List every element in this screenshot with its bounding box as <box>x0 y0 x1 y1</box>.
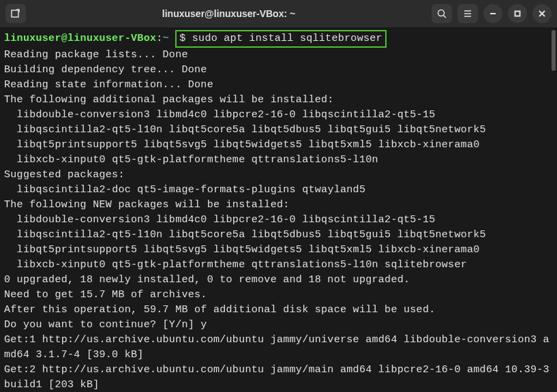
output-line: Get:1 http://us.archive.ubuntu.com/ubunt… <box>4 333 553 363</box>
output-line: The following additional packages will b… <box>4 93 553 108</box>
output-line: libqt5printsupport5 libqt5svg5 libqt5wid… <box>4 243 553 258</box>
new-tab-icon <box>10 8 21 19</box>
prompt-colon: : <box>156 33 162 44</box>
output-line: Building dependency tree... Done <box>4 63 553 78</box>
titlebar-right <box>432 4 552 23</box>
command-highlight: $ sudo apt install sqlitebrowser <box>175 30 387 48</box>
output-line: libxcb-xinput0 qt5-gtk-platformtheme qtt… <box>4 258 553 273</box>
terminal-content[interactable]: linuxuser@linuxuser-VBox:~ $ sudo apt in… <box>0 27 557 392</box>
close-button[interactable] <box>532 4 552 23</box>
output-line: The following NEW packages will be insta… <box>4 198 553 213</box>
minimize-button[interactable] <box>483 4 502 23</box>
output-line: Do you want to continue? [Y/n] y <box>4 318 553 333</box>
prompt-line: linuxuser@linuxuser-VBox:~ $ sudo apt in… <box>4 30 553 48</box>
window-title: linuxuser@linuxuser-VBox: ~ <box>31 8 426 19</box>
menu-button[interactable] <box>457 4 478 23</box>
output-line: libqscintilla2-qt5-l10n libqt5core5a lib… <box>4 228 553 243</box>
hamburger-icon <box>462 8 473 19</box>
titlebar: linuxuser@linuxuser-VBox: ~ <box>0 0 557 27</box>
output-line: Get:2 http://us.archive.ubuntu.com/ubunt… <box>4 363 553 392</box>
svg-rect-7 <box>515 12 520 16</box>
output-line: Need to get 15.7 MB of archives. <box>4 288 553 303</box>
search-button[interactable] <box>432 4 452 23</box>
minimize-icon <box>490 10 496 17</box>
output-line: Reading package lists... Done <box>4 48 553 63</box>
titlebar-left <box>5 4 26 23</box>
output-line: libqt5printsupport5 libqt5svg5 libqt5wid… <box>4 138 553 153</box>
maximize-button[interactable] <box>508 4 527 23</box>
output-line: libdouble-conversion3 libmd4c0 libpcre2-… <box>4 213 553 228</box>
output-line: Suggested packages: <box>4 168 553 183</box>
close-icon <box>539 10 545 17</box>
output-line: Reading state information... Done <box>4 78 553 93</box>
scrollbar-thumb[interactable] <box>552 30 556 71</box>
output-line: libdouble-conversion3 libmd4c0 libpcre2-… <box>4 108 553 123</box>
prompt-path: ~ <box>163 33 169 44</box>
output-line: libqscintilla2-doc qt5-image-formats-plu… <box>4 183 553 198</box>
svg-rect-0 <box>12 10 18 17</box>
search-icon <box>436 8 447 19</box>
svg-line-2 <box>444 16 447 18</box>
new-tab-button[interactable] <box>5 4 26 23</box>
prompt-user-host: linuxuser@linuxuser-VBox <box>4 33 156 44</box>
output-line: libqscintilla2-qt5-l10n libqt5core5a lib… <box>4 123 553 138</box>
output-line: libxcb-xinput0 qt5-gtk-platformtheme qtt… <box>4 153 553 168</box>
svg-point-1 <box>438 10 445 16</box>
output-line: After this operation, 59.7 MB of additio… <box>4 303 553 318</box>
maximize-icon <box>514 10 521 17</box>
output-line: 0 upgraded, 18 newly installed, 0 to rem… <box>4 273 553 288</box>
